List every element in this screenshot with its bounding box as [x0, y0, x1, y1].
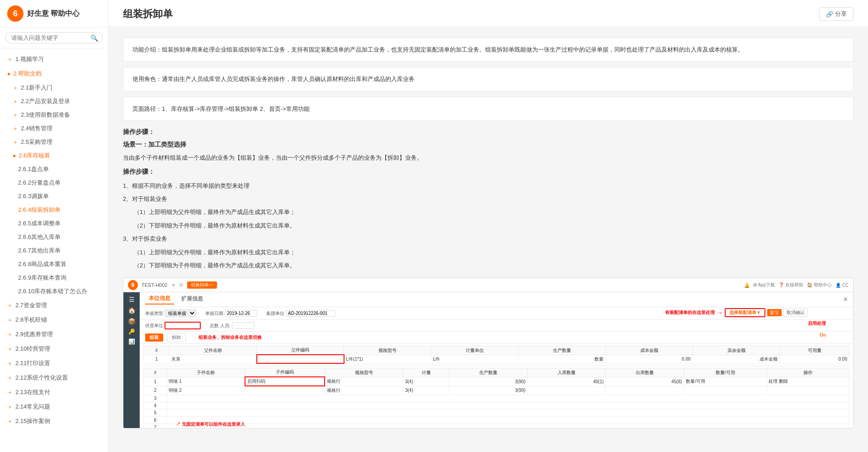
mock-code-input[interactable] — [286, 310, 335, 317]
btd-empty6 — [167, 416, 849, 423]
annotation-1: 有装配清单的在这里处理 → 选择装配清单▼ 提交 取消确认 — [665, 308, 808, 317]
sidebar-leaf-2610[interactable]: 2.6.10库存账本错了怎么办 — [0, 285, 108, 298]
btd-op1: 处理 删除 — [767, 377, 849, 386]
step2: 2、对于组装业务 — [123, 194, 854, 204]
plus-icon: ＋ — [7, 345, 13, 353]
mock-switch-btn: 切换到单一 — [187, 281, 217, 289]
plus-icon: ＋ — [7, 418, 13, 425]
sidebar-leaf-265[interactable]: 2.6.5成本调整单 — [0, 217, 108, 230]
mock-confirm-btn: 提交 — [767, 309, 782, 316]
btd-name2: 明细 2 — [167, 386, 245, 395]
sidebar-item-purchase[interactable]: ＋ 2.5采购管理 — [0, 135, 108, 149]
mock-tab-main: 本位信息 — [145, 295, 174, 305]
mock-disassembly-btn: 拆卸 — [167, 333, 186, 342]
screenshot-container: 6 TEST-H002 ▼ ⚙ 切换到单一 🔔 ⊞ App下载 ❓ 在线帮助 🏠… — [123, 278, 854, 428]
plus-icon: ＋ — [7, 331, 13, 338]
mock-date-input[interactable] — [225, 310, 257, 317]
btd-out1: 45(8) — [606, 377, 684, 386]
search-input[interactable] — [5, 32, 103, 43]
plus-icon: ＋ — [13, 84, 18, 92]
sidebar-nav: ＋ 1.视频学习 ● 2.帮助文档 ＋ 2.1新手入门 ＋ 2.2产品安装及登录 — [0, 48, 108, 452]
td-code — [257, 355, 344, 363]
nav-section-6: ＋ 2.10经营管理 — [0, 342, 108, 356]
sidebar-leaf-269[interactable]: 2.6.9库存账本查询 — [0, 271, 108, 285]
td-1: 1 — [144, 355, 170, 363]
plus-icon: ＋ — [7, 403, 13, 411]
sidebar-header: 6 好生意 帮助中心 — [0, 0, 108, 28]
mock-field-type: 单据类型 组装单据 — [145, 309, 196, 317]
sidebar-item-sales[interactable]: ＋ 2.4销售管理 — [0, 122, 108, 135]
sidebar-item-print[interactable]: ＋ 2.11打印设置 — [0, 356, 108, 371]
sidebar-leaf-264[interactable]: 2.6.4组装拆卸单 — [0, 203, 108, 217]
mock-top-table-body: 1 关系 L件(1*1) L件 数量 0.00 成本金额 0.00 — [144, 355, 849, 363]
mock-field-type-select[interactable]: 组装单据 — [165, 309, 196, 317]
role-box: 使用角色：通常由生产人员或库管人员完成拆装业务的操作，库管人员确认原材料的出库和… — [123, 67, 854, 91]
plus-icon: ＋ — [13, 138, 18, 146]
mock-topbar-id: TEST-H002 — [142, 282, 167, 288]
mock-nav-icon-3: 📦 — [128, 318, 136, 325]
intro-box: 功能介绍：组装拆卸单用来处理企业组装或拆卸等加工业务，支持有固定装配清单的产品加… — [123, 38, 854, 62]
sidebar-item-beginner[interactable]: ＋ 2.1新手入门 — [0, 81, 108, 95]
minus-icon: ● — [7, 71, 10, 77]
mock-field-count-label: 总数 人员: — [210, 323, 231, 329]
table-row: 4 — [144, 402, 849, 409]
steps-heading: 操作步骤： — [123, 168, 854, 176]
bth-name: 子件名称 — [167, 368, 245, 377]
mock-left-nav: ☰ 🏠 📦 🔑 📊 — [123, 292, 140, 428]
mock-bottom-table-body: 1 明细 1 启用扫码 规格行 3(4) 3(90) 40(1) 45(8) 数 — [144, 377, 849, 428]
annotation-1-box: 选择装配清单▼ — [725, 308, 765, 317]
btd-code1: 启用扫码 — [245, 377, 325, 386]
sidebar-item-faq[interactable]: ＋ 2.14常见问题 — [0, 400, 108, 414]
sidebar-item-operations[interactable]: ＋ 2.10经营管理 — [0, 342, 108, 356]
btd-empty4 — [167, 402, 849, 409]
page-title: 组装拆卸单 — [123, 7, 173, 21]
th-cost: 成本金额 — [605, 346, 693, 355]
mock-supplier-input[interactable] — [165, 322, 201, 329]
mock-nav-icon-2: 🏠 — [128, 307, 136, 314]
btd-3: 3 — [144, 395, 167, 402]
step3: 3、对于拆卖业务 — [123, 233, 854, 244]
sidebar-leaf-263[interactable]: 2.6.3调拨单 — [0, 190, 108, 203]
bth-op: 操作 — [767, 368, 849, 377]
nav-sub-items-2: ＋ 2.1新手入门 ＋ 2.2产品安装及登录 ＋ 2.3使用前数据准备 ＋ 2.… — [0, 81, 108, 298]
share-button[interactable]: 🔗 分享 — [819, 7, 854, 21]
sidebar: 6 好生意 帮助中心 🔍 ＋ 1.视频学习 ● 2.帮助文档 ＋ 2 — [0, 0, 108, 452]
table-row: 6 — [144, 416, 849, 423]
sidebar-leaf-267[interactable]: 2.6.7其他出库单 — [0, 244, 108, 257]
mock-nav-icon-4: 🔑 — [128, 328, 135, 335]
sidebar-item-install[interactable]: ＋ 2.2产品安装及登录 — [0, 95, 108, 108]
mock-icon-help: ❓ 在线帮助 — [778, 282, 803, 288]
mock-count-input[interactable] — [232, 322, 255, 329]
mock-field-code-label: 集团单位 — [266, 310, 284, 317]
mock-tab-ext: 扩展信息 — [178, 295, 207, 304]
btd-5: 5 — [144, 409, 167, 416]
sidebar-item-mobile[interactable]: ＋ 2.8手机旺铺 — [0, 313, 108, 327]
btd-empty7 — [167, 423, 849, 428]
btd-name1: 明细 1 — [167, 377, 245, 386]
btd-spec1: 规格行 — [325, 377, 403, 386]
scene1-heading: 场景一：加工类型选择 — [123, 141, 854, 149]
plus-icon: ＋ — [7, 374, 13, 382]
sidebar-leaf-268[interactable]: 2.6.8商品成本重算 — [0, 257, 108, 271]
sidebar-item-inventory[interactable]: ● 2.6库存核算 — [0, 149, 108, 162]
sidebar-leaf-262[interactable]: 2.6.2分量盘点单 — [0, 176, 108, 190]
bth-num: # — [144, 368, 167, 377]
th-num: # — [144, 346, 170, 355]
sidebar-item-video[interactable]: ＋ 1.视频学习 — [0, 52, 108, 67]
search-box[interactable]: 🔍 — [0, 28, 108, 48]
sidebar-item-settings[interactable]: ＋ 2.12系统个性化设置 — [0, 371, 108, 385]
mock-icon-apps: ⊞ App下载 — [753, 282, 775, 288]
sidebar-item-cases[interactable]: ＋ 2.15操作案例 — [0, 414, 108, 428]
sidebar-leaf-266[interactable]: 2.6.6其他入库单 — [0, 230, 108, 244]
sidebar-item-finance[interactable]: ＋ 2.7资金管理 — [0, 298, 108, 313]
sidebar-item-data-prep[interactable]: ＋ 2.3使用前数据准备 — [0, 108, 108, 122]
step3-sub2: （2）下部明细为子件明细，最终作为产成品生成其它入库单。 — [123, 260, 854, 271]
btd-avail2 — [684, 386, 767, 395]
nav-section-5: ＋ 2.9优惠券管理 — [0, 327, 108, 342]
sidebar-item-help-docs[interactable]: ● 2.帮助文档 — [0, 67, 108, 81]
sidebar-leaf-261[interactable]: 2.6.1盘点单 — [0, 162, 108, 176]
annotation-1-text: 有装配清单的在这里处理 — [665, 309, 715, 316]
th-parent-name: 父件名称 — [170, 346, 257, 355]
sidebar-item-coupon[interactable]: ＋ 2.9优惠券管理 — [0, 327, 108, 342]
sidebar-item-payment[interactable]: ＋ 2.13在线支付 — [0, 385, 108, 400]
